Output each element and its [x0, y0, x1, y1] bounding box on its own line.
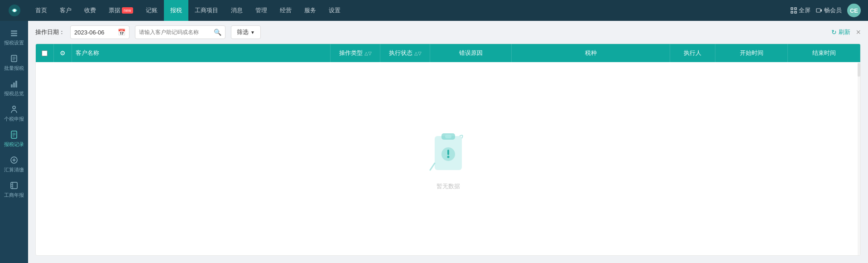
svg-rect-4	[791, 11, 793, 13]
svg-rect-17	[11, 182, 17, 189]
svg-line-25	[430, 163, 435, 170]
th-exec-status[interactable]: 执行状态 △▽	[380, 44, 430, 62]
content-area: 操作日期： 📅 🔍 筛选 ▼ ↻ 刷新 ×	[28, 21, 868, 263]
th-error-reason: 错误原因	[430, 44, 512, 62]
th-client-name: 客户名称	[72, 44, 331, 62]
tax-person-icon	[9, 104, 19, 114]
sidebar: 报税设置 批量报税 报税总览	[0, 21, 28, 263]
search-wrap[interactable]: 🔍	[135, 25, 225, 39]
nav-tax[interactable]: 报税	[164, 0, 188, 21]
fullscreen-icon	[791, 7, 797, 14]
svg-rect-23	[447, 150, 449, 155]
fullscreen-button[interactable]: 全屏	[791, 6, 810, 15]
date-field[interactable]	[74, 29, 115, 36]
date-input[interactable]: 📅	[70, 25, 129, 39]
overview-icon	[9, 79, 19, 89]
chevron-down-icon: ▼	[250, 30, 255, 35]
table-body: 暂无数据	[36, 62, 860, 255]
main-layout: 报税设置 批量报税 报税总览	[0, 21, 868, 263]
new-badge: new	[122, 7, 133, 14]
svg-rect-5	[795, 11, 796, 13]
svg-rect-6	[816, 9, 820, 12]
annual-report-icon	[9, 180, 19, 190]
th-tax-type: 税种	[512, 44, 670, 62]
select-all-checkbox[interactable]	[42, 50, 48, 56]
member-button[interactable]: 畅会员	[816, 6, 842, 15]
sort-icon: △▽	[364, 51, 372, 56]
record-icon	[9, 130, 19, 140]
settings-icon	[9, 28, 19, 38]
sidebar-item-overview[interactable]: 报税总览	[0, 75, 28, 101]
nav-fee[interactable]: 收费	[78, 0, 102, 21]
sidebar-item-settlement[interactable]: 汇算清缴	[0, 151, 28, 177]
nav-business[interactable]: 工商项目	[188, 0, 225, 21]
svg-rect-11	[11, 84, 13, 88]
th-settings[interactable]: ⚙	[54, 44, 72, 62]
svg-rect-9	[11, 35, 17, 36]
nav-home[interactable]: 首页	[29, 0, 53, 21]
svg-rect-13	[15, 81, 17, 88]
svg-point-14	[13, 106, 15, 109]
refresh-button[interactable]: ↻ 刷新	[831, 28, 850, 36]
calendar-icon: 📅	[118, 29, 125, 36]
nav-settings[interactable]: 设置	[322, 0, 347, 21]
svg-rect-2	[791, 8, 793, 10]
nav-client[interactable]: 客户	[53, 0, 78, 21]
search-input[interactable]	[139, 29, 211, 35]
sidebar-item-personal-tax[interactable]: 个税申报	[0, 101, 28, 126]
empty-text: 暂无数据	[436, 182, 460, 190]
gear-icon: ⚙	[60, 49, 66, 57]
nav-invoice[interactable]: 票据 new	[102, 0, 139, 21]
toolbar: 操作日期： 📅 🔍 筛选 ▼ ↻ 刷新 ×	[28, 21, 868, 44]
svg-rect-12	[13, 83, 15, 88]
th-executor: 执行人	[670, 44, 715, 62]
table-header: ⚙ 客户名称 操作类型 △▽ 执行状态 △▽ 错误原因 税种	[36, 44, 860, 62]
nav-message[interactable]: 消息	[225, 0, 249, 21]
empty-state: 暂无数据	[417, 118, 480, 200]
svg-rect-7	[11, 30, 17, 32]
refresh-icon: ↻	[831, 29, 837, 36]
th-end-time: 结束时间	[788, 44, 860, 62]
date-label: 操作日期：	[35, 28, 65, 36]
sidebar-item-tax-record[interactable]: 报税记录	[0, 126, 28, 151]
svg-point-1	[13, 9, 16, 12]
close-button[interactable]: ×	[856, 28, 861, 36]
svg-rect-3	[795, 8, 796, 10]
top-navigation: 首页 客户 收费 票据 new 记账 报税 工商项目 消息 管理 经营 服务 设…	[0, 0, 868, 21]
empty-illustration	[426, 127, 471, 177]
sidebar-item-batch-tax[interactable]: 批量报税	[0, 50, 28, 75]
scrollbar-thumb[interactable]	[858, 63, 860, 77]
search-icon: 🔍	[214, 29, 221, 36]
scrollbar[interactable]	[858, 62, 860, 255]
filter-button[interactable]: 筛选 ▼	[231, 25, 261, 39]
svg-rect-21	[445, 135, 451, 138]
sidebar-item-tax-settings[interactable]: 报税设置	[0, 24, 28, 50]
nav-manage[interactable]: 管理	[249, 0, 273, 21]
settlement-icon	[9, 155, 19, 165]
th-start-time: 开始时间	[715, 44, 788, 62]
avatar[interactable]: CE	[847, 4, 861, 17]
table: ⚙ 客户名称 操作类型 △▽ 执行状态 △▽ 错误原因 税种	[35, 44, 861, 256]
nav-operation[interactable]: 经营	[273, 0, 298, 21]
svg-rect-8	[11, 33, 17, 34]
nav-right: 全屏 畅会员 CE	[791, 4, 861, 17]
batch-icon	[9, 54, 19, 63]
sort-icon: △▽	[414, 51, 422, 56]
nav-bookkeeping[interactable]: 记账	[139, 0, 164, 21]
nav-items: 首页 客户 收费 票据 new 记账 报税 工商项目 消息 管理 经营 服务 设…	[29, 0, 791, 21]
svg-point-24	[447, 156, 449, 158]
th-op-type[interactable]: 操作类型 △▽	[331, 44, 380, 62]
th-checkbox[interactable]	[36, 44, 54, 62]
nav-service[interactable]: 服务	[298, 0, 322, 21]
sidebar-item-annual-report[interactable]: 工商年报	[0, 177, 28, 202]
video-icon	[816, 7, 822, 14]
app-logo[interactable]	[7, 3, 22, 18]
